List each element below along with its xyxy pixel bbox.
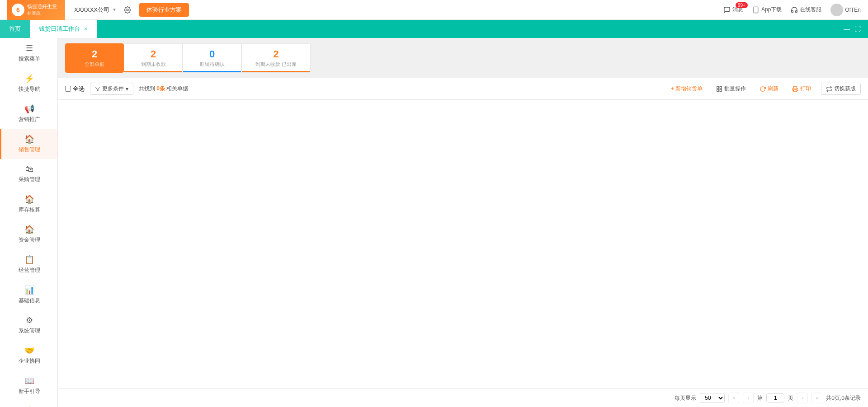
company-name: XXXXXX公司 (74, 6, 109, 14)
tab-money-goods-close[interactable]: ✕ (84, 26, 88, 32)
svg-rect-6 (720, 89, 722, 91)
select-all-input[interactable] (65, 86, 71, 92)
message-button[interactable]: 消息 99+ (723, 6, 743, 14)
guide-icon: 📖 (24, 376, 34, 386)
sidebar-item-operations-label: 经营管理 (19, 267, 40, 274)
sidebar-item-system[interactable]: ⚙ 系统管理 (0, 310, 57, 340)
sidebar: ☰ 搜索菜单 ⚡ 快捷导航 📢 营销推广 🏠 销售管理 🛍 采购管理 🏠 库存核… (0, 38, 58, 407)
system-icon: ⚙ (26, 315, 33, 325)
print-button[interactable]: 打印 (788, 83, 815, 94)
sidebar-item-finance[interactable]: 🏠 资金管理 (0, 219, 57, 249)
total-info: 共0页,0条记录 (826, 394, 861, 402)
switch-version-label: 切换新版 (834, 85, 856, 93)
basic-info-icon: 📊 (24, 285, 34, 295)
experience-button[interactable]: 体验行业方案 (139, 3, 189, 17)
tab-minimize-button[interactable]: — (844, 25, 850, 33)
new-sales-order-label: + 新增销货单 (671, 85, 703, 93)
search-menu-icon: ☰ (26, 43, 33, 53)
stat-card-overdue-out[interactable]: 2 到期未收款 已出库 (241, 43, 311, 73)
inventory-icon: 🏠 (24, 194, 34, 204)
company-selector[interactable]: XXXXXX公司 ▼ (74, 6, 117, 14)
sidebar-item-search-menu-label: 搜索菜单 (19, 55, 40, 63)
stat-wangpu-underline (183, 71, 241, 72)
app-download-button[interactable]: App下载 (752, 6, 782, 14)
sidebar-item-guide-label: 新手引导 (19, 388, 40, 395)
company-dropdown-arrow: ▼ (112, 7, 117, 12)
sidebar-item-quick-nav[interactable]: ⚡ 快捷导航 (0, 68, 57, 98)
online-service-label: 在线客服 (800, 6, 821, 14)
operations-icon: 📋 (24, 255, 34, 265)
batch-operation-label: 批量操作 (724, 85, 746, 93)
print-label: 打印 (800, 85, 811, 93)
logo-area: 6 畅捷通好生意 标准版 (7, 0, 65, 20)
finance-icon: 🏠 (24, 225, 34, 234)
sidebar-item-operations[interactable]: 📋 经营管理 (0, 249, 57, 280)
switch-version-button[interactable]: 切换新版 (821, 83, 861, 95)
toolbar-right: + 新增销货单 批量操作 刷新 (667, 83, 861, 95)
found-text: 共找到 0条 相关单据 (139, 85, 188, 93)
sidebar-item-quick-nav-label: 快捷导航 (19, 85, 40, 93)
filter-button[interactable]: 更多条件 ▾ (90, 83, 133, 95)
tab-home[interactable]: 首页 (0, 20, 30, 38)
enterprise-icon: 🤝 (24, 346, 34, 356)
tab-bar-actions: — ⛶ (844, 25, 868, 33)
stat-overdue-out-num: 2 (273, 48, 278, 60)
page-unit: 页 (788, 394, 793, 402)
stat-overdue-num: 2 (151, 48, 156, 60)
stat-all-label: 全部单据 (85, 61, 104, 68)
per-page-select[interactable]: 10 20 50 100 (700, 393, 725, 403)
stat-card-all[interactable]: 2 全部单据 (65, 43, 124, 73)
stat-card-overdue[interactable]: 2 到期未收款 (124, 43, 183, 73)
new-sales-order-button[interactable]: + 新增销货单 (667, 83, 706, 94)
pagination-bar: 每页显示 10 20 50 100 « ‹ 第 页 › » 共0页,0条记录 (58, 388, 868, 407)
page-prev-button[interactable]: ‹ (743, 393, 754, 403)
avatar (830, 4, 843, 16)
toolbar: 全选 更多条件 ▾ 共找到 0条 相关单据 + 新增销货单 (58, 78, 868, 100)
svg-marker-3 (95, 87, 100, 91)
tab-money-goods[interactable]: 钱货日清工作台 ✕ (30, 20, 97, 38)
main-layout: ☰ 搜索菜单 ⚡ 快捷导航 📢 营销推广 🏠 销售管理 🛍 采购管理 🏠 库存核… (0, 38, 868, 407)
sidebar-item-inventory-label: 库存核算 (19, 206, 40, 214)
stat-card-wangpu[interactable]: 0 旺铺待确认 (183, 43, 241, 73)
sidebar-item-purchase[interactable]: 🛍 采购管理 (0, 159, 57, 189)
found-suffix: 相关单据 (166, 85, 188, 92)
stat-all-num: 2 (92, 48, 97, 60)
sidebar-item-marketing[interactable]: 📢 营销推广 (0, 98, 57, 129)
filter-arrow: ▾ (126, 86, 128, 92)
sidebar-item-enterprise[interactable]: 🤝 企业协同 (0, 340, 57, 370)
page-next-button[interactable]: › (797, 393, 808, 403)
sales-icon: 🏠 (24, 134, 34, 144)
select-all-checkbox[interactable]: 全选 (65, 85, 85, 93)
stat-overdue-label: 到期未收款 (141, 61, 166, 68)
select-all-label: 全选 (73, 85, 85, 93)
logo-text-block: 畅捷通好生意 标准版 (27, 3, 57, 16)
filter-label: 更多条件 (102, 85, 124, 93)
nav-tabs-bar: 首页 钱货日清工作台 ✕ — ⛶ (0, 20, 868, 38)
tab-home-label: 首页 (9, 25, 21, 33)
tab-maximize-button[interactable]: ⛶ (854, 25, 861, 33)
sidebar-item-basic-info[interactable]: 📊 基础信息 (0, 280, 57, 310)
sidebar-item-inventory[interactable]: 🏠 库存核算 (0, 189, 57, 219)
stat-cards: 2 全部单据 2 到期未收款 0 旺铺待确认 2 到期未收款 已出库 (58, 38, 868, 78)
user-avatar-area[interactable]: OfTEn (830, 4, 861, 16)
online-service-button[interactable]: 在线客服 (791, 6, 821, 14)
stat-overdue-out-underline (242, 71, 310, 72)
sidebar-item-sales[interactable]: 🏠 销售管理 (0, 129, 57, 159)
app-download-label: App下载 (761, 6, 782, 14)
page-first-button[interactable]: « (728, 393, 739, 403)
sidebar-item-search-menu[interactable]: ☰ 搜索菜单 (0, 38, 57, 68)
page-last-button[interactable]: » (811, 393, 822, 403)
sidebar-item-app-center[interactable]: 📦 应用中心 (0, 401, 57, 407)
svg-rect-7 (717, 89, 719, 91)
refresh-button[interactable]: 刷新 (756, 83, 782, 94)
settings-button[interactable] (121, 4, 134, 16)
batch-operation-button[interactable]: 批量操作 (712, 83, 750, 94)
table-area (58, 100, 868, 388)
marketing-icon: 📢 (24, 104, 34, 114)
stat-wangpu-num: 0 (209, 48, 215, 60)
page-number-input[interactable] (766, 393, 784, 402)
logo-icon: 6 (12, 4, 24, 16)
tab-money-goods-label: 钱货日清工作台 (39, 25, 80, 33)
sidebar-item-guide[interactable]: 📖 新手引导 (0, 370, 57, 401)
svg-rect-4 (717, 86, 719, 88)
